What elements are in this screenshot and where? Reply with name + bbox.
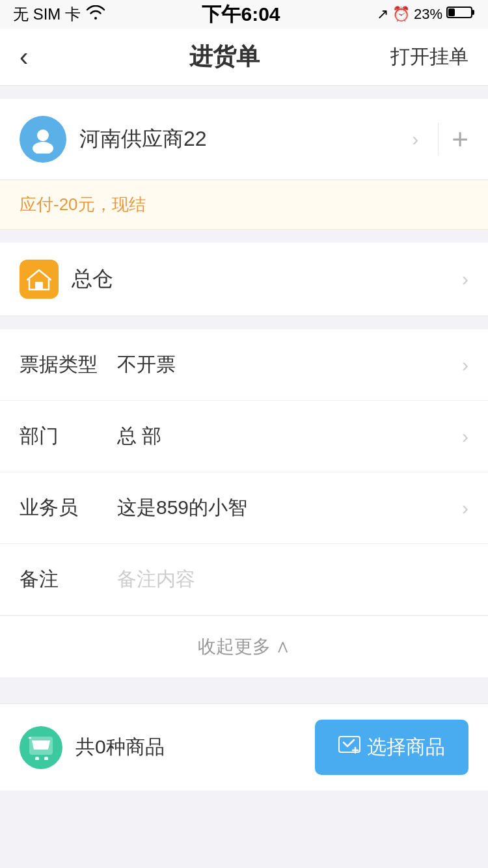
remark-row[interactable]: 备注 备注内容 — [0, 544, 488, 616]
location-icon: ↗ — [377, 6, 388, 23]
section-gap-2 — [0, 230, 488, 243]
section-gap-1 — [0, 86, 488, 99]
svg-rect-1 — [472, 10, 474, 15]
carrier-text: 无 SIM 卡 — [13, 4, 81, 25]
product-count: 共0种商品 — [75, 734, 315, 761]
svg-point-3 — [37, 129, 49, 141]
supplier-row[interactable]: 河南供应商22 › + — [0, 99, 488, 180]
remark-label: 备注 — [20, 566, 98, 593]
select-product-label: 选择商品 — [367, 734, 445, 761]
warehouse-chevron-icon: › — [462, 268, 468, 290]
invoice-value: 不开票 — [117, 351, 455, 378]
section-gap-3 — [0, 316, 488, 329]
invoice-label: 票据类型 — [20, 351, 98, 378]
status-bar: 无 SIM 卡 下午6:04 ↗ ⏰ 23% — [0, 0, 488, 29]
warehouse-section: 总仓 › — [0, 243, 488, 316]
salesman-label: 业务员 — [20, 495, 98, 521]
warehouse-row[interactable]: 总仓 › — [0, 243, 488, 316]
salesman-row[interactable]: 业务员 这是859的小智 › — [0, 472, 488, 544]
svg-point-4 — [33, 142, 53, 154]
salesman-chevron-icon: › — [462, 497, 468, 519]
svg-rect-2 — [448, 8, 455, 16]
status-icons: ↗ ⏰ 23% — [377, 5, 475, 23]
collapse-row[interactable]: 收起更多 ∧ — [0, 616, 488, 677]
warehouse-icon — [20, 260, 59, 299]
notice-text: 应付-20元，现结 — [20, 195, 146, 214]
invoice-chevron-icon: › — [462, 354, 468, 376]
invoice-row[interactable]: 票据类型 不开票 › — [0, 329, 488, 401]
svg-rect-5 — [35, 282, 43, 290]
bottom-bar: 共0种商品 选择商品 — [0, 703, 488, 791]
remark-input[interactable]: 备注内容 — [117, 566, 468, 593]
section-gap-4 — [0, 677, 488, 690]
back-button[interactable]: ‹ — [20, 42, 59, 72]
svg-point-8 — [44, 757, 48, 760]
open-pending-button[interactable]: 打开挂单 — [390, 44, 468, 70]
product-icon — [20, 726, 62, 769]
alarm-icon: ⏰ — [392, 6, 410, 23]
supplier-section: 河南供应商22 › + 应付-20元，现结 — [0, 99, 488, 230]
department-value: 总 部 — [117, 423, 455, 450]
status-time: 下午6:04 — [202, 1, 280, 28]
form-section: 票据类型 不开票 › 部门 总 部 › 业务员 这是859的小智 › 备注 备注… — [0, 329, 488, 677]
supplier-chevron-icon: › — [412, 128, 418, 150]
add-supplier-button[interactable]: + — [452, 125, 468, 154]
supplier-avatar — [20, 116, 66, 163]
cart-icon — [28, 735, 54, 760]
page-title: 进货单 — [189, 41, 260, 73]
divider — [438, 123, 439, 156]
status-carrier: 无 SIM 卡 — [13, 4, 105, 25]
select-product-icon — [338, 736, 360, 759]
svg-point-7 — [35, 757, 39, 760]
house-icon — [27, 267, 51, 291]
wifi-icon — [86, 5, 105, 23]
battery-text: 23% — [414, 6, 442, 23]
battery-icon — [446, 5, 475, 23]
department-row[interactable]: 部门 总 部 › — [0, 401, 488, 472]
department-chevron-icon: › — [462, 426, 468, 448]
collapse-label: 收起更多 ∧ — [198, 634, 291, 659]
notice-banner: 应付-20元，现结 — [0, 180, 488, 230]
department-label: 部门 — [20, 423, 98, 450]
warehouse-name: 总仓 — [72, 265, 455, 293]
salesman-value: 这是859的小智 — [117, 495, 455, 521]
nav-bar: ‹ 进货单 打开挂单 — [0, 29, 488, 86]
supplier-name: 河南供应商22 — [79, 125, 412, 154]
select-product-button[interactable]: 选择商品 — [315, 720, 468, 775]
